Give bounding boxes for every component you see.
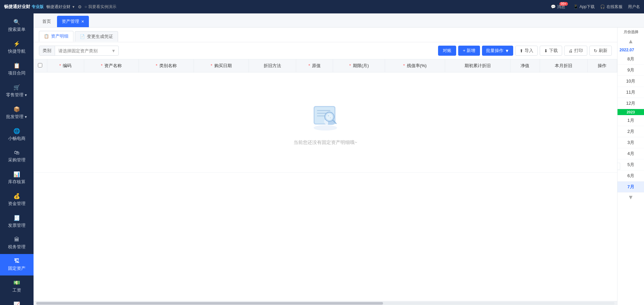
- month-item-8[interactable]: 8月: [618, 54, 644, 65]
- month-item-6[interactable]: 6月: [618, 170, 644, 182]
- print-button[interactable]: 🖨 打印: [564, 46, 587, 56]
- wholesale-icon: 📦: [13, 106, 20, 112]
- company-selector[interactable]: 畅捷通好业财 ▼: [46, 4, 75, 10]
- month-item-9[interactable]: 9月: [618, 65, 644, 76]
- month-item-4[interactable]: 4月: [618, 148, 644, 159]
- refresh-button[interactable]: ↻ 刷新: [589, 46, 612, 56]
- sidebar-item-fixed-assets[interactable]: 🏗 固定资产: [0, 254, 34, 275]
- settings-icon[interactable]: ⚙: [78, 4, 82, 9]
- tab-assets[interactable]: 资产管理 ✕: [57, 16, 89, 27]
- import-button[interactable]: ⬆ 导入: [515, 46, 538, 56]
- table-header-code: * 编码: [47, 59, 84, 72]
- sidebar-item-inventory[interactable]: 📊 库存核算: [0, 167, 34, 189]
- app-icon: 📱: [573, 4, 578, 9]
- sub-tabs: 📋 资产明细 📄 变更生成凭证: [34, 28, 617, 42]
- sidebar-item-tax[interactable]: 🏛 税务管理: [0, 233, 34, 254]
- bottom-scrollbar[interactable]: [34, 301, 617, 305]
- sidebar-item-wholesale[interactable]: 📦 批发管理 ▼: [0, 102, 34, 124]
- table-header-name: * 资产名称: [84, 59, 139, 72]
- required-star: *: [403, 63, 405, 68]
- sub-tab-voucher[interactable]: 📄 变更生成凭证: [75, 31, 118, 42]
- app-download-button[interactable]: 📱 App下载: [573, 4, 595, 10]
- current-year-month: 2022.07: [618, 46, 644, 54]
- month-item-7-current[interactable]: 7月: [618, 182, 644, 193]
- month-item-11[interactable]: 11月: [618, 87, 644, 98]
- sidebar-item-label: 税务管理: [8, 244, 25, 250]
- sidebar-item-invoice[interactable]: 🧾 发票管理: [0, 211, 34, 233]
- import-label: 导入: [525, 48, 533, 54]
- salary-icon: 💵: [13, 279, 20, 286]
- month-panel-up-nav[interactable]: ▲: [618, 37, 644, 46]
- col-category-label: 类别名称: [159, 63, 177, 68]
- tab-close-icon[interactable]: ✕: [81, 19, 84, 24]
- tab-bar: 首页 资产管理 ✕: [34, 13, 644, 28]
- month-item-3[interactable]: 3月: [618, 137, 644, 148]
- category-input[interactable]: [55, 47, 109, 55]
- reconcile-button[interactable]: 对账: [438, 46, 456, 56]
- operation-icon: 📈: [13, 301, 20, 305]
- sidebar-item-quicknav[interactable]: ⚡ 快捷导航: [0, 37, 34, 58]
- month-item-12[interactable]: 12月: [618, 98, 644, 109]
- quicknav-icon: ⚡: [13, 41, 20, 47]
- detail-tab-icon: 📋: [44, 34, 49, 39]
- search-icon: 🔍: [13, 19, 20, 25]
- month-panel-down-nav[interactable]: ▼: [618, 193, 644, 202]
- svg-rect-3: [317, 110, 330, 111]
- table-header-operation: 操作: [587, 59, 617, 72]
- reconcile-label: 对账: [443, 48, 451, 54]
- sidebar-item-label: 采购管理: [8, 157, 25, 163]
- category-select[interactable]: 类别 ▼: [39, 46, 119, 56]
- sidebar-item-operation[interactable]: 📈 经营管理: [0, 297, 34, 305]
- table-header-period: * 期限(月): [333, 59, 385, 72]
- tab-home[interactable]: 首页: [38, 16, 56, 27]
- sidebar-item-purchase[interactable]: 🛍 采购管理: [0, 146, 34, 167]
- user-info[interactable]: 用户名: [628, 4, 640, 10]
- inventory-icon: 📊: [13, 171, 20, 177]
- sidebar-item-retail[interactable]: 🛒 零售管理 ▼: [0, 80, 34, 102]
- col-residual-rate-label: 残值率(%): [407, 63, 427, 68]
- sidebar-item-project[interactable]: 📋 项目合同: [0, 58, 34, 80]
- download-button[interactable]: ⬇ 下载: [540, 46, 562, 56]
- month-item-5[interactable]: 5月: [618, 159, 644, 170]
- headset-icon: 🎧: [600, 4, 605, 9]
- top-bar: 畅捷通好业财 专业版 畅捷通好业财 ▼ ⚙ ○ 我要看实例演示 💬 消息 99+…: [0, 0, 644, 13]
- table-header-depreciation-method: 折旧方法: [249, 59, 296, 72]
- refresh-icon: ↻: [594, 48, 597, 53]
- toolbar: 类别 ▼ 对账 + 新增 批量操作: [34, 42, 617, 59]
- sidebar-item-salary[interactable]: 💵 工资: [0, 275, 34, 297]
- demo-icon: ○: [85, 4, 87, 9]
- company-name: 畅捷通好业财: [46, 4, 70, 10]
- svg-point-10: [330, 117, 331, 118]
- sub-tab-detail[interactable]: 📋 资产明细: [39, 31, 73, 42]
- month-item-2[interactable]: 2月: [618, 126, 644, 137]
- message-button[interactable]: 💬 消息 99+: [551, 4, 565, 10]
- select-all-checkbox[interactable]: [38, 63, 42, 67]
- sidebar-item-ecommerce[interactable]: 🌐 小畅电商: [0, 124, 34, 146]
- sidebar-item-finance[interactable]: 💰 资金管理: [0, 189, 34, 211]
- col-period-label: 期限(月): [353, 63, 369, 68]
- col-name-label: 资产名称: [104, 63, 122, 68]
- purchase-icon: 🛍: [14, 150, 19, 156]
- sidebar-item-label: 快捷导航: [8, 48, 25, 54]
- batch-button[interactable]: 批量操作 ▼: [482, 46, 513, 56]
- sidebar-item-search[interactable]: 🔍 搜索菜单: [0, 15, 34, 37]
- download-icon: ⬇: [544, 48, 548, 53]
- table-header-accumulated: 期初累计折旧: [445, 59, 510, 72]
- table-header-purchase-date: * 购买日期: [194, 59, 249, 72]
- month-item-1[interactable]: 1月: [618, 115, 644, 126]
- sidebar-item-label: 库存核算: [8, 179, 25, 185]
- online-service-label: 在线客服: [606, 4, 623, 10]
- invoice-icon: 🧾: [13, 215, 20, 221]
- month-item-10[interactable]: 10月: [618, 76, 644, 87]
- table-header-category: * 类别名称: [139, 59, 194, 72]
- add-button[interactable]: + 新增: [458, 46, 480, 56]
- panel-collapse-button[interactable]: ›: [617, 163, 620, 170]
- import-icon: ⬆: [520, 48, 523, 53]
- col-monthly-dep-label: 本月折旧: [555, 63, 572, 68]
- empty-state: 当前您还没有固定资产明细哦~: [34, 72, 617, 172]
- demo-link[interactable]: ○ 我要看实例演示: [85, 4, 116, 10]
- assets-table: * 编码 * 资产名称 * 类别名称: [34, 59, 617, 173]
- table-header-net-value: 净值: [510, 59, 540, 72]
- sidebar-item-label: 批发管理: [6, 114, 23, 120]
- online-service-button[interactable]: 🎧 在线客服: [600, 4, 623, 10]
